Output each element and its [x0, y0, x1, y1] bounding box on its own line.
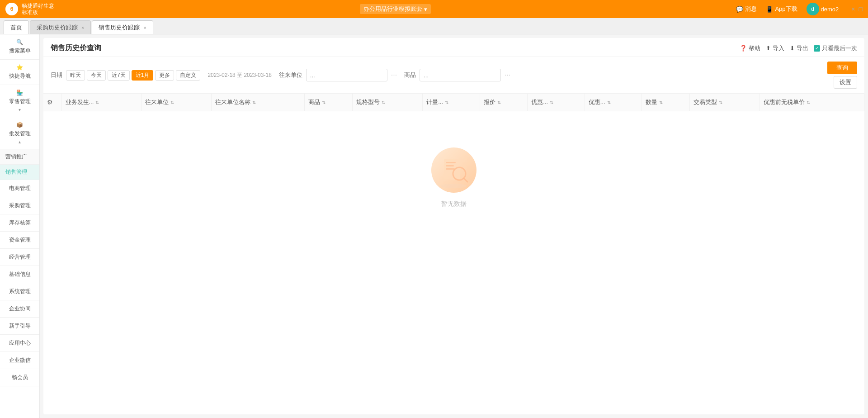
empty-svg-icon — [436, 152, 472, 188]
date-more-button[interactable]: 更多 — [155, 70, 174, 81]
sidebar-item-member[interactable]: 畅会员 — [0, 369, 39, 386]
avatar-circle: d — [807, 3, 819, 15]
help-icon: ❓ — [740, 45, 747, 52]
data-table: ⚙ 业务发生...⇅ 往来单位⇅ 往来单位名称⇅ — [43, 94, 864, 111]
tab-purchase-history[interactable]: 采购历史价跟踪 × — [30, 20, 91, 34]
product-input[interactable] — [420, 69, 501, 81]
sidebar-item-finance[interactable]: 资金管理 — [0, 232, 39, 249]
export-button[interactable]: ⬇ 导出 — [790, 44, 808, 52]
tab-bar: 首页 采购历史价跟踪 × 销售历史价跟踪 × — [0, 18, 868, 34]
sidebar-item-ecom-mgmt[interactable]: 电商管理 — [0, 180, 39, 197]
sidebar-item-wholesale-mgmt[interactable]: 📦 批发管理 ▴ — [0, 117, 39, 149]
sort-icon: ⇅ — [170, 100, 174, 105]
query-button[interactable]: 查询 — [827, 62, 857, 74]
last-once-checkbox-group[interactable]: ✓ 只看最后一次 — [814, 44, 857, 52]
empty-state: 暂无数据 — [43, 111, 864, 244]
msg-button[interactable]: 💬 消息 — [736, 5, 757, 13]
sidebar-item-corp-collab[interactable]: 企业协同 — [0, 300, 39, 318]
date-filter-group: 日期 昨天 今天 近7天 近1月 更多 自定义 — [51, 70, 200, 81]
svg-rect-2 — [446, 162, 456, 163]
table-column-quantity[interactable]: 数量⇅ — [642, 94, 690, 111]
sidebar-item-quick-nav[interactable]: ⭐ 快捷导航 — [0, 60, 39, 85]
filter-bar: 日期 昨天 今天 近7天 近1月 更多 自定义 2023-02-18 至 202… — [43, 57, 864, 94]
product-filter-group: 商品 ··· — [404, 69, 510, 81]
date-custom-button[interactable]: 自定义 — [176, 70, 200, 81]
sort-icon: ⇅ — [497, 100, 501, 105]
tab-sales-history[interactable]: 销售历史价跟踪 × — [92, 20, 153, 34]
sidebar-item-sales-mgmt[interactable]: 销售管理 — [0, 165, 39, 180]
sidebar-item-ops-mgmt[interactable]: 经营管理 — [0, 249, 39, 266]
logo-icon: 6 — [5, 3, 18, 15]
partner-filter-group: 往来单位 ··· — [279, 69, 397, 81]
table-header-row: ⚙ 业务发生...⇅ 往来单位⇅ 往来单位名称⇅ — [43, 94, 864, 111]
app-download-button[interactable]: 📱 App下载 — [766, 5, 797, 13]
date-range-display: 2023-02-18 至 2023-03-18 — [208, 71, 271, 79]
checkbox-checked-icon: ✓ — [814, 45, 820, 52]
table-column-trade-type[interactable]: 交易类型⇅ — [689, 94, 760, 111]
sidebar-item-newbie[interactable]: 新手引导 — [0, 318, 39, 335]
sort-icon: ⇅ — [719, 100, 722, 105]
maximize-window-button[interactable]: □ — [859, 5, 863, 13]
sidebar-item-marketing-promo[interactable]: 营销推广 — [0, 149, 39, 165]
tab-purchase-history-close[interactable]: × — [81, 25, 84, 30]
settings-button[interactable]: 设置 — [834, 76, 857, 89]
gear-icon[interactable]: ⚙ — [47, 99, 53, 106]
table-column-biz-date[interactable]: 业务发生...⇅ — [61, 94, 141, 111]
sidebar-item-purchase-mgmt[interactable]: 采购管理 — [0, 197, 39, 214]
product-picker-dots[interactable]: ··· — [505, 71, 510, 79]
date-last7-button[interactable]: 近7天 — [108, 70, 130, 81]
partner-picker-dots[interactable]: ··· — [391, 71, 397, 79]
svg-point-0 — [441, 184, 467, 188]
tab-home[interactable]: 首页 — [4, 20, 29, 34]
message-icon: 💬 — [736, 6, 743, 13]
table-column-pre-tax-price[interactable]: 优惠前无税单价⇅ — [760, 94, 864, 111]
sort-icon: ⇅ — [607, 100, 611, 105]
filter-right-buttons: 查询 设置 — [827, 62, 857, 89]
sidebar-item-app-center[interactable]: 应用中心 — [0, 335, 39, 352]
table-column-partner-code[interactable]: 往来单位⇅ — [141, 94, 212, 111]
table-column-discount-amount[interactable]: 优惠...⇅ — [585, 94, 642, 111]
partner-input[interactable] — [306, 69, 387, 81]
svg-rect-3 — [446, 165, 454, 166]
close-window-button[interactable]: × — [851, 5, 855, 13]
phone-icon: 📱 — [766, 6, 773, 13]
sidebar-item-sys-mgmt[interactable]: 系统管理 — [0, 283, 39, 300]
table-column-spec[interactable]: 规格型号⇅ — [352, 94, 423, 111]
main-layout: 🔍 搜索菜单 ⭐ 快捷导航 🏪 零售管理 ▾ 📦 批发管理 ▴ 营销推广 销售管… — [0, 34, 868, 418]
import-icon: ⬆ — [766, 45, 771, 52]
date-last1m-button[interactable]: 近1月 — [132, 70, 154, 81]
help-button[interactable]: ❓ 帮助 — [740, 44, 760, 52]
page-actions: ❓ 帮助 ⬆ 导入 ⬇ 导出 ✓ 只看最后一次 — [740, 44, 857, 52]
table-container: ⚙ 业务发生...⇅ 往来单位⇅ 往来单位名称⇅ — [43, 94, 864, 414]
sort-icon: ⇅ — [252, 100, 256, 105]
partner-filter-label: 往来单位 — [279, 71, 302, 79]
content-area: 销售历史价查询 ❓ 帮助 ⬆ 导入 ⬇ 导出 ✓ — [40, 34, 868, 418]
sort-icon: ⇅ — [95, 100, 99, 105]
table-column-discount-rate[interactable]: 优惠...⇅ — [528, 94, 585, 111]
sidebar-item-inventory[interactable]: 库存核算 — [0, 214, 39, 232]
sidebar-item-search-menu[interactable]: 🔍 搜索菜单 — [0, 34, 39, 60]
import-button[interactable]: ⬆ 导入 — [766, 44, 784, 52]
date-today-button[interactable]: 今天 — [87, 70, 106, 81]
top-header: 6 畅捷通好生意 标准版 办公用品行业模拟账套 ▾ 💬 消息 📱 App下载 d… — [0, 0, 868, 18]
table-column-unit[interactable]: 计量...⇅ — [423, 94, 480, 111]
sort-icon: ⇅ — [445, 100, 448, 105]
date-buttons: 昨天 今天 近7天 近1月 更多 自定义 — [66, 70, 200, 81]
window-controls: × □ — [851, 5, 863, 13]
date-yesterday-button[interactable]: 昨天 — [66, 70, 85, 81]
sidebar-item-retail-mgmt[interactable]: 🏪 零售管理 ▾ — [0, 85, 39, 117]
table-column-quoted-price[interactable]: 报价⇅ — [480, 94, 528, 111]
sidebar-item-basic-info[interactable]: 基础信息 — [0, 266, 39, 283]
account-dropdown[interactable]: 办公用品行业模拟账套 ▾ — [360, 4, 431, 14]
chevron-up-icon: ▴ — [19, 139, 21, 144]
header-right: 💬 消息 📱 App下载 d demo2 × □ — [736, 3, 863, 15]
table-column-partner-name[interactable]: 往来单位名称⇅ — [212, 94, 305, 111]
svg-line-6 — [464, 178, 467, 182]
user-avatar[interactable]: d demo2 — [807, 3, 839, 15]
search-icon: 🔍 — [16, 39, 23, 45]
tab-sales-history-close[interactable]: × — [143, 25, 146, 30]
table-column-gear: ⚙ — [43, 94, 61, 111]
table-column-product[interactable]: 商品⇅ — [305, 94, 353, 111]
wholesale-icon: 📦 — [16, 122, 23, 128]
sidebar-item-corp-wechat[interactable]: 企业微信 — [0, 352, 39, 369]
